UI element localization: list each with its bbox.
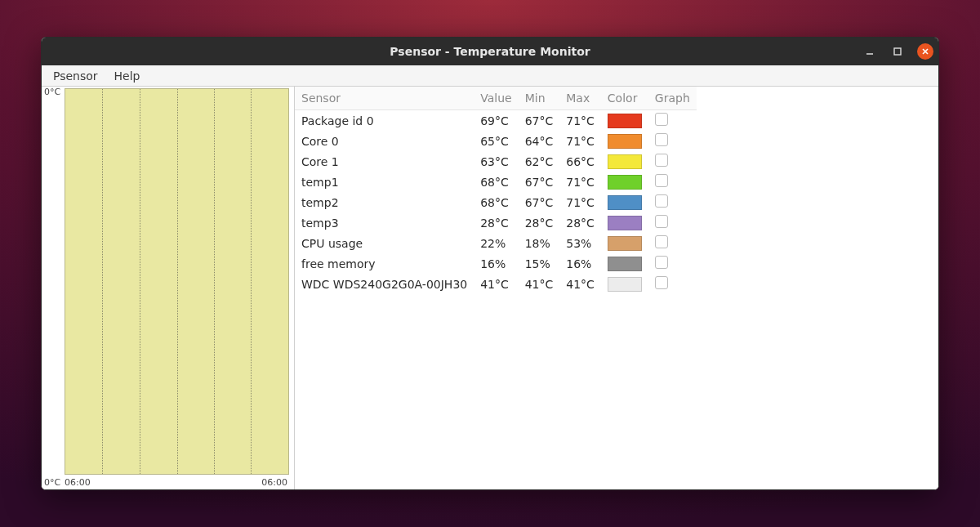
sensor-graph-cell: [648, 274, 697, 294]
graph-checkbox[interactable]: [655, 194, 668, 208]
sensor-name: free memory: [295, 253, 474, 274]
color-swatch[interactable]: [608, 134, 642, 149]
sensor-min: 62°C: [519, 151, 560, 172]
col-min[interactable]: Min: [519, 87, 560, 110]
table-row[interactable]: temp268°C67°C71°C: [295, 192, 697, 212]
sensor-graph-cell: [648, 212, 697, 233]
sensor-color-cell: [601, 172, 648, 192]
sensor-value: 68°C: [474, 172, 518, 192]
titlebar[interactable]: Psensor - Temperature Monitor: [42, 38, 938, 65]
sensor-min: 18%: [519, 233, 560, 253]
graph-checkbox[interactable]: [655, 276, 668, 289]
sensor-value: 69°C: [474, 110, 518, 132]
col-max[interactable]: Max: [559, 87, 601, 110]
sensor-value: 28°C: [474, 212, 518, 233]
sensor-min: 67°C: [519, 110, 560, 132]
close-button[interactable]: [917, 43, 933, 60]
sensor-name: Core 0: [295, 131, 474, 151]
plot-area[interactable]: [65, 88, 289, 475]
sensor-min: 64°C: [519, 131, 560, 151]
graph-checkbox[interactable]: [655, 215, 668, 228]
sensor-max: 66°C: [559, 151, 601, 172]
sensor-graph-cell: [648, 151, 697, 172]
table-row[interactable]: WDC WDS240G2G0A-00JH3041°C41°C41°C: [295, 274, 697, 294]
sensor-min: 67°C: [519, 192, 560, 212]
color-swatch[interactable]: [608, 277, 642, 292]
sensor-graph-cell: [648, 233, 697, 253]
sensor-max: 71°C: [559, 192, 601, 212]
table-row[interactable]: CPU usage22%18%53%: [295, 233, 697, 253]
sensor-graph-cell: [648, 172, 697, 192]
color-swatch[interactable]: [608, 236, 642, 251]
graph-checkbox[interactable]: [655, 154, 668, 167]
sensor-graph-cell: [648, 131, 697, 151]
graph-checkbox[interactable]: [655, 113, 668, 126]
graph-checkbox[interactable]: [655, 256, 668, 269]
graph-checkbox[interactable]: [655, 133, 668, 146]
sensor-color-cell: [601, 212, 648, 233]
maximize-button[interactable]: [889, 43, 906, 60]
color-swatch[interactable]: [608, 154, 642, 169]
col-sensor[interactable]: Sensor: [295, 87, 474, 110]
x-axis-left-label: 06:00: [65, 477, 91, 488]
content-area: 0°C 0°C 06:00 06:00 Sensor Value Min: [42, 87, 938, 489]
sensor-value: 63°C: [474, 151, 518, 172]
table-row[interactable]: Package id 069°C67°C71°C: [295, 110, 697, 132]
sensor-name: Core 1: [295, 151, 474, 172]
app-window: Psensor - Temperature Monitor Psensor He…: [41, 37, 939, 490]
color-swatch[interactable]: [608, 216, 642, 230]
sensor-value: 68°C: [474, 192, 518, 212]
table-row[interactable]: temp328°C28°C28°C: [295, 212, 697, 233]
graph-pane: 0°C 0°C 06:00 06:00: [42, 87, 295, 489]
sensor-graph-cell: [648, 110, 697, 132]
sensor-table: Sensor Value Min Max Color Graph Package…: [295, 87, 697, 294]
sensor-min: 67°C: [519, 172, 560, 192]
sensor-value: 65°C: [474, 131, 518, 151]
sensor-min: 28°C: [519, 212, 560, 233]
sensor-max: 41°C: [559, 274, 601, 294]
sensor-value: 41°C: [474, 274, 518, 294]
sensor-graph-cell: [648, 192, 697, 212]
color-swatch[interactable]: [608, 257, 642, 271]
sensor-max: 71°C: [559, 110, 601, 132]
col-value[interactable]: Value: [474, 87, 518, 110]
sensor-color-cell: [601, 151, 648, 172]
col-color[interactable]: Color: [601, 87, 648, 110]
sensor-min: 15%: [519, 253, 560, 274]
graph-checkbox[interactable]: [655, 235, 668, 248]
sensor-max: 53%: [559, 233, 601, 253]
window-controls: [862, 38, 933, 65]
table-row[interactable]: temp168°C67°C71°C: [295, 172, 697, 192]
table-row[interactable]: free memory16%15%16%: [295, 253, 697, 274]
sensor-table-pane: Sensor Value Min Max Color Graph Package…: [295, 87, 938, 489]
sensor-color-cell: [601, 253, 648, 274]
minimize-button[interactable]: [862, 43, 878, 60]
sensor-min: 41°C: [519, 274, 560, 294]
sensor-name: temp1: [295, 172, 474, 192]
color-swatch[interactable]: [608, 175, 642, 190]
sensor-name: Package id 0: [295, 110, 474, 132]
col-graph[interactable]: Graph: [648, 87, 697, 110]
color-swatch[interactable]: [608, 195, 642, 210]
menu-psensor[interactable]: Psensor: [45, 67, 106, 85]
sensor-name: WDC WDS240G2G0A-00JH30: [295, 274, 474, 294]
sensor-color-cell: [601, 274, 648, 294]
menu-help[interactable]: Help: [106, 67, 149, 85]
sensor-color-cell: [601, 131, 648, 151]
sensor-graph-cell: [648, 253, 697, 274]
menubar: Psensor Help: [42, 65, 938, 87]
sensor-name: temp3: [295, 212, 474, 233]
y-axis-bottom-label: 0°C: [44, 477, 60, 488]
graph-checkbox[interactable]: [655, 174, 668, 187]
sensor-color-cell: [601, 110, 648, 132]
table-row[interactable]: Core 163°C62°C66°C: [295, 151, 697, 172]
svg-rect-1: [894, 48, 901, 55]
sensor-name: temp2: [295, 192, 474, 212]
sensor-max: 71°C: [559, 172, 601, 192]
color-swatch[interactable]: [608, 114, 642, 128]
y-axis-top-label: 0°C: [44, 87, 60, 97]
sensor-max: 71°C: [559, 131, 601, 151]
sensor-max: 16%: [559, 253, 601, 274]
table-row[interactable]: Core 065°C64°C71°C: [295, 131, 697, 151]
window-title: Psensor - Temperature Monitor: [42, 45, 938, 58]
